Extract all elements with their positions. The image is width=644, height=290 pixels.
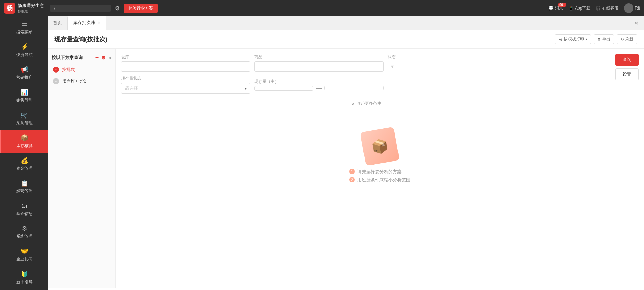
tip-text-1: 请先选择要分析的方案 xyxy=(357,169,402,175)
tab-close-icon[interactable]: ✕ xyxy=(97,20,101,25)
stock-status-select[interactable]: 请选择 ▾ xyxy=(121,83,250,94)
app-download-label: App下载 xyxy=(575,5,590,11)
product-label: 商品 xyxy=(254,54,384,60)
sidebar-item-enterprise[interactable]: 🤝 企业协同 xyxy=(0,243,48,266)
right-query-area: 仓库 ··· 商品 xyxy=(116,49,644,288)
sidebar-item-marketing[interactable]: 📢 营销推广 xyxy=(0,62,48,85)
empty-tip-1: 1 请先选择要分析的方案 xyxy=(349,169,410,175)
settings-button[interactable]: 设置 xyxy=(615,68,639,80)
stock-status-placeholder: 请选择 xyxy=(125,85,138,91)
quick-nav-icon: ⚡ xyxy=(21,43,28,51)
sidebar-label-marketing: 营销推广 xyxy=(16,75,33,80)
left-panel-collapse-icon[interactable]: « xyxy=(108,55,111,60)
sidebar-item-inventory[interactable]: 📦 库存核算 xyxy=(0,130,48,153)
left-panel-item-by-batch[interactable]: ● 按批次 xyxy=(48,64,115,75)
stock-qty-dash: — xyxy=(316,85,322,91)
left-panel-add-icon[interactable]: + xyxy=(95,54,99,61)
app-download-action[interactable]: 📱 App下载 xyxy=(569,5,590,11)
tab-inventory-batch[interactable]: 库存批次账 ✕ xyxy=(68,16,106,30)
messages-badge: 99+ xyxy=(558,3,566,7)
warehouse-label: 仓库 xyxy=(121,54,250,60)
print-button[interactable]: 🖨 按模板打印 ▾ xyxy=(555,34,591,44)
top-bar-actions: 💬 消息 99+ 📱 App下载 🎧 在线客服 Rit xyxy=(548,3,640,13)
sidebar-item-system[interactable]: ⚙ 系统管理 xyxy=(0,221,48,243)
warehouse-dots-icon[interactable]: ··· xyxy=(242,64,247,69)
sidebar-label-operation: 经营管理 xyxy=(16,188,33,194)
messages-action[interactable]: 💬 消息 99+ xyxy=(548,5,563,11)
guide-icon: 🔰 xyxy=(21,270,28,278)
inventory-icon: 📦 xyxy=(21,134,28,142)
system-icon: ⚙ xyxy=(22,225,27,232)
header-actions: 🖨 按模板打印 ▾ ⬆ 导出 ↻ 刷新 xyxy=(555,34,637,44)
sidebar-item-operation[interactable]: 📋 经营管理 xyxy=(0,176,48,198)
status-dropdown-icon: ▾ xyxy=(391,63,394,70)
product-input[interactable]: ··· xyxy=(254,61,384,72)
product-dots-icon[interactable]: ··· xyxy=(376,64,380,69)
online-service-action[interactable]: 🎧 在线客服 xyxy=(596,5,618,11)
export-icon: ⬆ xyxy=(597,37,601,42)
print-icon: 🖨 xyxy=(558,37,562,42)
top-search[interactable]: ▾ xyxy=(50,5,111,12)
sidebar-label-search: 搜索菜单 xyxy=(16,29,33,35)
sidebar-label-guide: 新手引导 xyxy=(16,279,33,285)
stock-qty-label: 现存量（主） xyxy=(254,79,313,85)
filter-stock-status: 现存量状态 请选择 ▾ xyxy=(121,76,250,94)
export-button[interactable]: ⬆ 导出 xyxy=(594,34,614,44)
trial-button[interactable]: 体验行业方案 xyxy=(124,4,158,13)
refresh-button[interactable]: ↻ 刷新 xyxy=(617,34,637,44)
sidebar-label-quicknav: 快捷导航 xyxy=(16,52,33,58)
sidebar-item-quicknav[interactable]: ⚡ 快捷导航 xyxy=(0,39,48,62)
empty-icon-wrapper: 📦 xyxy=(363,129,397,163)
sidebar: ☰ 搜索菜单 ⚡ 快捷导航 📢 营销推广 📊 销售管理 🛒 采购管理 📦 库存核… xyxy=(0,16,48,290)
warehouse-input[interactable]: ··· xyxy=(121,61,250,72)
collapse-bar[interactable]: ∧ 收起更多条件 xyxy=(121,98,611,109)
top-bar: 畅 畅康通好生意 标准版 ▾ ⚙ 体验行业方案 💬 消息 99+ 📱 App下载… xyxy=(0,0,644,16)
left-panel-settings-icon[interactable]: ⚙ xyxy=(101,55,106,60)
page-content: 现存量查询(按批次) 🖨 按模板打印 ▾ ⬆ 导出 ↻ 刷新 xyxy=(48,30,644,290)
purchase-icon: 🛒 xyxy=(21,111,28,119)
empty-tip-2: 2 用过滤条件来缩小分析范围 xyxy=(349,177,410,183)
brand-name: 畅康通好生意 xyxy=(18,3,44,9)
print-dropdown-icon: ▾ xyxy=(586,37,587,41)
filter-main-row: 仓库 ··· 商品 xyxy=(121,54,639,109)
tip-num-2: 2 xyxy=(349,177,355,182)
sidebar-label-system: 系统管理 xyxy=(16,234,33,239)
stock-qty-max-input[interactable] xyxy=(324,86,384,90)
by-batch-icon: ● xyxy=(53,67,59,73)
refresh-icon: ↻ xyxy=(621,37,624,42)
filter-warehouse: 仓库 ··· xyxy=(121,54,250,72)
sidebar-item-guide[interactable]: 🔰 新手引导 xyxy=(0,266,48,289)
sidebar-item-search[interactable]: ☰ 搜索菜单 xyxy=(0,16,48,39)
sidebar-item-basic[interactable]: 🗂 基础信息 xyxy=(0,198,48,221)
status-label: 状态 xyxy=(388,54,517,60)
operation-icon: 📋 xyxy=(21,180,28,187)
tab-bar-close-icon[interactable]: ✕ xyxy=(629,17,644,29)
enterprise-icon: 🤝 xyxy=(21,248,28,255)
left-panel-icons: + ⚙ « xyxy=(95,54,111,61)
user-avatar-area[interactable]: Rit xyxy=(624,3,640,13)
stock-status-dropdown-icon: ▾ xyxy=(245,87,247,90)
tab-home[interactable]: 首页 xyxy=(48,17,68,30)
collapse-icon: ∧ xyxy=(352,101,355,106)
filter-status: 状态 ▾ xyxy=(388,54,517,72)
sidebar-label-inventory: 库存核算 xyxy=(16,143,33,149)
stock-qty-min-input[interactable] xyxy=(254,86,313,91)
sidebar-label-purchase: 采购管理 xyxy=(16,120,33,126)
gear-icon[interactable]: ⚙ xyxy=(115,5,120,12)
filter-row-1: 仓库 ··· 商品 xyxy=(121,54,611,72)
avatar xyxy=(624,3,633,13)
sidebar-item-finance[interactable]: 💰 资金管理 xyxy=(0,153,48,176)
sidebar-item-purchase[interactable]: 🛒 采购管理 xyxy=(0,107,48,130)
status-select[interactable]: ▾ xyxy=(388,61,517,72)
query-button[interactable]: 查询 xyxy=(615,54,639,66)
sidebar-item-sales[interactable]: 📊 销售管理 xyxy=(0,85,48,107)
by-warehouse-batch-icon: ● xyxy=(53,78,59,84)
finance-icon: 💰 xyxy=(21,157,28,164)
query-layout: 按以下方案查询 + ⚙ « ● 按批次 xyxy=(48,49,644,288)
by-batch-label: 按批次 xyxy=(62,67,75,73)
basic-icon: 🗂 xyxy=(21,202,28,210)
filter-fields: 仓库 ··· 商品 xyxy=(121,54,611,109)
sidebar-label-basic: 基础信息 xyxy=(16,211,33,217)
search-menu-icon: ☰ xyxy=(22,20,27,28)
left-panel-item-by-warehouse-batch[interactable]: ● 按仓库+批次 xyxy=(48,75,115,87)
